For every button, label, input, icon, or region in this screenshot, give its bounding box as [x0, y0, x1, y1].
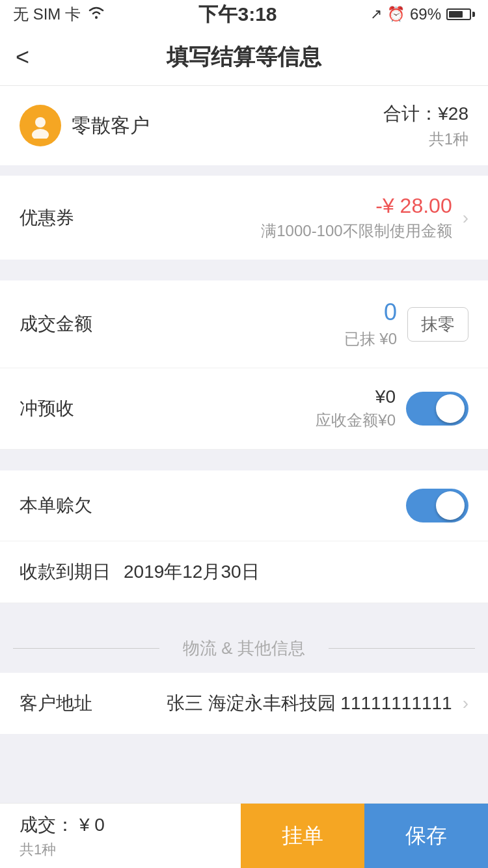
address-value: 张三 海淀永丰科技园 11111111111 [167, 691, 452, 716]
carrier-label: 无 SIM 卡 [13, 4, 81, 25]
divider-line-left [13, 648, 159, 649]
divider-line-right [329, 648, 475, 649]
due-date-value: 2019年12月30日 [124, 560, 260, 584]
customer-row: 零散客户 合计：¥28 共1种 [0, 86, 488, 165]
bottom-bar: 成交： ¥ 0 共1种 挂单 保存 [0, 803, 488, 868]
coupon-value: -¥ 28.00 [261, 194, 452, 218]
address-right: 张三 海淀永丰科技园 11111111111 › [167, 691, 468, 716]
prepaid-toggle[interactable] [406, 392, 468, 426]
deal-amount-label: 成交金额 [20, 312, 92, 336]
page-title: 填写结算等信息 [167, 42, 321, 72]
status-right: ↗ ⏰ 69% [370, 5, 475, 23]
credit-row: 本单赊欠 [0, 470, 488, 541]
customer-total: 合计：¥28 [383, 102, 468, 126]
chevron-right-icon: › [463, 208, 468, 228]
svg-point-2 [32, 129, 49, 139]
nav-bar: < 填写结算等信息 [0, 29, 488, 86]
svg-point-0 [95, 16, 98, 19]
customer-count: 共1种 [383, 129, 468, 150]
address-chevron-icon: › [463, 693, 468, 714]
main-content: 零散客户 合计：¥28 共1种 优惠券 -¥ 28.00 满1000-100不限… [0, 86, 488, 822]
bottom-info: 成交： ¥ 0 共1种 [0, 804, 241, 868]
section-separator-3 [0, 614, 488, 624]
due-date-row: 收款到期日 2019年12月30日 [0, 541, 488, 603]
deal-amount-sub: 已抹 ¥0 [344, 329, 397, 349]
credit-label: 本单赊欠 [20, 493, 92, 518]
prepaid-sub: 应收金额¥0 [316, 410, 396, 431]
battery-percent: 69% [410, 5, 441, 23]
section-separator-1 [0, 270, 488, 280]
toggle-knob [436, 394, 465, 423]
save-button[interactable]: 保存 [364, 804, 488, 868]
mozero-button[interactable]: 抹零 [407, 307, 468, 342]
coupon-sub: 满1000-100不限制使用金额 [261, 221, 452, 241]
address-row[interactable]: 客户地址 张三 海淀永丰科技园 11111111111 › [0, 673, 488, 734]
prepaid-label: 冲预收 [20, 396, 74, 421]
coupon-right: -¥ 28.00 满1000-100不限制使用金额 › [261, 194, 468, 241]
hang-button[interactable]: 挂单 [241, 804, 364, 868]
bottom-deal-amount: ¥ 0 [79, 815, 105, 835]
avatar [20, 105, 61, 146]
battery-icon [446, 8, 475, 20]
status-left: 无 SIM 卡 [13, 4, 105, 25]
section-separator-2 [0, 460, 488, 470]
customer-name: 零散客户 [72, 113, 150, 139]
deal-amount-value: 0 [384, 299, 397, 325]
alarm-icon: ⏰ [387, 6, 405, 23]
status-bar: 无 SIM 卡 下午3:18 ↗ ⏰ 69% [0, 0, 488, 29]
customer-left: 零散客户 [20, 105, 150, 146]
back-button[interactable]: < [16, 44, 29, 71]
prepaid-value: ¥0 [316, 387, 396, 407]
deal-amount-right: 0 已抹 ¥0 抹零 [344, 299, 468, 349]
deal-amount-row: 成交金额 0 已抹 ¥0 抹零 [0, 280, 488, 368]
coupon-label: 优惠券 [20, 206, 74, 230]
wifi-icon [87, 5, 105, 23]
deal-amount-section: 成交金额 0 已抹 ¥0 抹零 冲预收 ¥0 应收金额¥0 [0, 280, 488, 450]
coupon-row[interactable]: 优惠券 -¥ 28.00 满1000-100不限制使用金额 › [0, 176, 488, 260]
prepaid-row: 冲预收 ¥0 应收金额¥0 [0, 368, 488, 450]
coupon-section: 优惠券 -¥ 28.00 满1000-100不限制使用金额 › [0, 176, 488, 260]
credit-toggle-knob [436, 491, 465, 520]
bottom-deal-label: 成交： [20, 813, 74, 837]
credit-toggle[interactable] [406, 489, 468, 522]
status-time: 下午3:18 [198, 1, 277, 28]
customer-right: 合计：¥28 共1种 [383, 102, 468, 150]
due-date-label: 收款到期日 [20, 560, 111, 584]
bottom-count: 共1种 [20, 840, 221, 860]
logistics-label: 物流 & 其他信息 [183, 637, 305, 660]
svg-point-1 [35, 117, 46, 128]
logistics-divider: 物流 & 其他信息 [0, 624, 488, 673]
address-label: 客户地址 [20, 691, 92, 716]
address-section: 客户地址 张三 海淀永丰科技园 11111111111 › [0, 673, 488, 734]
credit-section: 本单赊欠 收款到期日 2019年12月30日 [0, 470, 488, 603]
location-icon: ↗ [370, 6, 382, 23]
